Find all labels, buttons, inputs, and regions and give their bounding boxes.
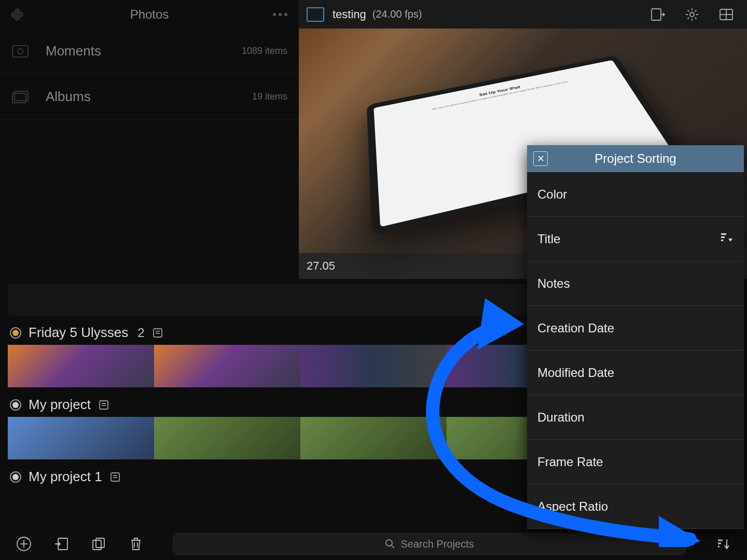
- project-count: 2: [137, 326, 144, 340]
- search-placeholder: Search Projects: [400, 538, 474, 550]
- sort-option-aspect-ratio[interactable]: Aspect Ratio: [527, 484, 744, 529]
- layout-icon[interactable]: [718, 7, 734, 22]
- svg-rect-38: [721, 236, 725, 238]
- svg-rect-27: [93, 540, 101, 550]
- photos-title: Photos: [130, 7, 169, 22]
- albums-row[interactable]: Albums 19 items: [0, 74, 299, 120]
- timecode: 27.05: [307, 259, 335, 273]
- import-button[interactable]: [53, 536, 70, 552]
- svg-point-9: [690, 12, 694, 17]
- svg-rect-4: [12, 46, 28, 57]
- svg-rect-17: [100, 401, 108, 409]
- project-title: My project: [29, 397, 91, 413]
- moments-icon: [11, 44, 29, 59]
- search-icon: [385, 539, 395, 549]
- project-icon[interactable]: [307, 7, 324, 22]
- photos-app-icon: [9, 7, 25, 22]
- export-icon[interactable]: [650, 7, 666, 22]
- albums-count: 19 items: [252, 91, 287, 102]
- svg-point-3: [11, 11, 17, 17]
- svg-rect-28: [96, 538, 104, 548]
- svg-point-5: [18, 49, 23, 54]
- bottom-toolbar: Search Projects: [0, 528, 747, 560]
- sort-option-title[interactable]: Title: [527, 217, 744, 261]
- project-title: Friday 5 Ulysses: [29, 325, 128, 341]
- sort-option-duration[interactable]: Duration: [527, 395, 744, 440]
- project-radio[interactable]: [10, 471, 21, 483]
- svg-rect-8: [652, 9, 661, 20]
- sort-option-frame-rate[interactable]: Frame Rate: [527, 440, 744, 484]
- svg-rect-20: [111, 473, 119, 481]
- sort-option-notes[interactable]: Notes: [527, 261, 744, 306]
- sort-option-color[interactable]: Color: [527, 172, 744, 217]
- svg-point-31: [386, 540, 392, 546]
- project-fps: (24.00 fps): [372, 8, 422, 20]
- project-sorting-popup: ✕ Project Sorting Color Title Notes Crea…: [527, 145, 744, 529]
- sort-option-modified-date[interactable]: Modified Date: [527, 351, 744, 395]
- project-title: My project 1: [29, 469, 102, 485]
- preview-header: testing (24.00 fps): [299, 0, 747, 29]
- svg-rect-14: [154, 329, 162, 337]
- svg-line-32: [392, 545, 394, 548]
- moments-row[interactable]: Moments 1089 items: [0, 29, 299, 74]
- search-input[interactable]: Search Projects: [173, 533, 686, 555]
- note-icon[interactable]: [98, 399, 109, 411]
- add-button[interactable]: [16, 536, 32, 552]
- popup-title: Project Sorting: [533, 151, 738, 166]
- note-icon[interactable]: [152, 327, 163, 339]
- more-icon[interactable]: [273, 13, 287, 16]
- svg-rect-39: [721, 240, 723, 241]
- project-radio[interactable]: [10, 399, 21, 411]
- moments-count: 1089 items: [242, 46, 287, 57]
- trash-button[interactable]: [128, 536, 144, 552]
- project-name: testing: [333, 8, 366, 21]
- project-radio[interactable]: [10, 327, 21, 339]
- gear-icon[interactable]: [684, 7, 700, 22]
- duplicate-button[interactable]: [90, 536, 107, 552]
- albums-icon: [11, 89, 29, 105]
- photos-panel: Photos Moments 1089 items Albums 19 item…: [0, 0, 299, 279]
- sort-option-creation-date[interactable]: Creation Date: [527, 306, 744, 351]
- photos-header: Photos: [0, 0, 299, 29]
- albums-label: Albums: [46, 89, 252, 105]
- sort-button[interactable]: [715, 536, 731, 552]
- svg-rect-37: [721, 233, 726, 235]
- note-icon[interactable]: [109, 471, 121, 483]
- sort-direction-icon: [720, 231, 734, 247]
- moments-label: Moments: [46, 43, 242, 59]
